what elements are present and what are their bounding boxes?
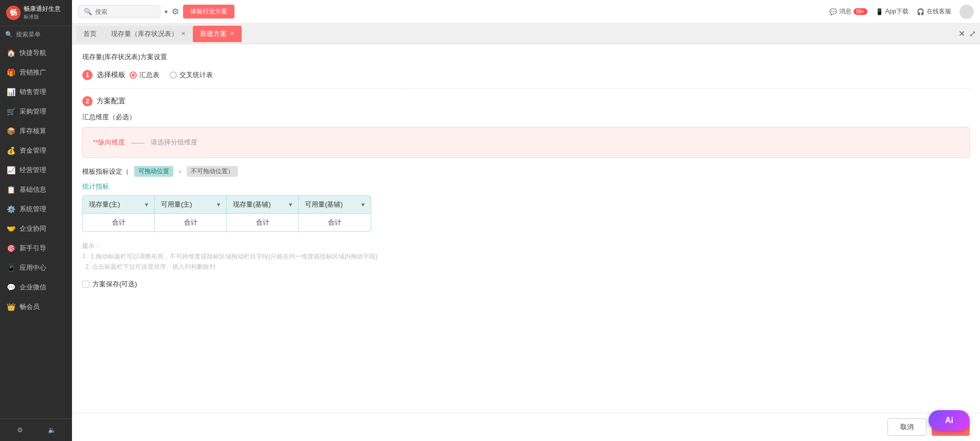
sidebar-item-label: 系统管理	[20, 205, 46, 214]
tabs-bar: 首页 现存量（库存状况表） ✕ 新建方案 ✕ ✕ ⤢	[72, 24, 980, 44]
sidebar-item-new-guide[interactable]: 🎯 新手引导	[0, 238, 72, 258]
sidebar-nav: 🏠 快捷导航 🎁 营销推广 📊 销售管理 🛒 采购管理 📦 库存核算 💰 资金管…	[0, 43, 72, 418]
sidebar-item-label: 应用中心	[20, 263, 46, 272]
tips-title: 提示：	[82, 242, 970, 250]
tab-inventory-status[interactable]: 现存量（库存状况表） ✕	[104, 26, 193, 42]
topbar-dropdown[interactable]: ▾	[165, 8, 168, 15]
sidebar-item-purchase[interactable]: 🛒 采购管理	[0, 102, 72, 121]
sidebar-item-sales[interactable]: 📊 销售管理	[0, 82, 72, 102]
tab-new-plan-close-icon[interactable]: ✕	[230, 30, 234, 37]
topbar-search-input[interactable]	[95, 8, 147, 15]
step1-header: 1 选择模板 汇总表 交叉统计表	[82, 70, 970, 80]
draggable-badge: 可拖动位置	[134, 166, 173, 177]
stats-col-2[interactable]: 可用量(主) ▾	[155, 196, 227, 213]
col2-chevron-icon[interactable]: ▾	[217, 201, 220, 208]
tab-inventory-label: 现存量（库存状况表）	[111, 29, 178, 39]
marketing-icon: 🎁	[6, 68, 15, 77]
ai-label: Ai	[945, 416, 953, 425]
stats-col-1[interactable]: 现存量(主) ▾	[83, 196, 155, 213]
sidebar-item-wechat[interactable]: 💬 企业微信	[0, 278, 72, 297]
stats-cell-2: 合计	[155, 214, 227, 231]
template-radio-group: 汇总表 交叉统计表	[130, 70, 213, 80]
message-label: 消息	[839, 7, 851, 16]
divider1	[82, 88, 970, 89]
dropdown-chevron-icon: ▾	[165, 8, 168, 15]
sidebar-item-label: 企业微信	[20, 283, 46, 292]
sidebar-item-vip[interactable]: 👑 畅会员	[0, 297, 72, 317]
search-icon: 🔍	[5, 31, 13, 38]
sidebar-item-quick-nav[interactable]: 🏠 快捷导航	[0, 43, 72, 63]
col3-chevron-icon[interactable]: ▾	[289, 201, 292, 208]
sidebar-item-system[interactable]: ⚙️ 系统管理	[0, 199, 72, 219]
trial-button[interactable]: 体验行业方案	[183, 5, 234, 19]
close-all-icon[interactable]: ✕	[958, 29, 965, 39]
tab-home[interactable]: 首页	[76, 26, 104, 42]
sidebar-item-label: 基础信息	[20, 185, 46, 194]
sidebar-item-marketing[interactable]: 🎁 营销推广	[0, 63, 72, 82]
sidebar-item-label: 经营管理	[20, 166, 46, 175]
sidebar-footer: ⚙ 🔈	[0, 418, 72, 441]
sidebar-item-operation[interactable]: 📈 经营管理	[0, 160, 72, 180]
new-guide-icon: 🎯	[6, 244, 15, 253]
stats-table: 现存量(主) ▾ 可用量(主) ▾ 现存量(基辅) ▾ 可用量(基辅)	[82, 195, 371, 232]
col4-chevron-icon[interactable]: ▾	[361, 201, 365, 208]
wechat-icon: 💬	[6, 283, 15, 292]
sidebar-item-app-center[interactable]: 📱 应用中心	[0, 258, 72, 278]
sidebar-item-label: 畅会员	[20, 302, 40, 311]
radio-summary[interactable]: 汇总表	[130, 70, 159, 80]
sound-button[interactable]: 🔈	[37, 423, 67, 437]
topbar-right: 💬 消息 99+ 📱 App下载 🎧 在线客服	[829, 5, 974, 19]
tip-text-2: 2. 点击标题栏下拉可设置排序、插入列和删除列	[85, 263, 215, 271]
save-checkbox[interactable]	[82, 281, 89, 288]
stats-col-4[interactable]: 可用量(基辅) ▾	[299, 196, 371, 213]
message-button[interactable]: 💬 消息 99+	[829, 7, 867, 16]
sidebar-item-finance[interactable]: 💰 资金管理	[0, 141, 72, 160]
base-info-icon: 📋	[6, 185, 15, 194]
tab-bar-icons: ✕ ⤢	[958, 29, 976, 39]
radio-cross[interactable]: 交叉统计表	[170, 70, 213, 80]
col4-label: 可用量(基辅)	[305, 200, 343, 209]
main: 🔍 ▾ ⚙ 体验行业方案 💬 消息 99+ 📱 App下载 🎧 在线客服	[72, 0, 980, 441]
app-logo: 畅 畅康通好生意 标准版	[0, 0, 72, 26]
message-badge: 99+	[854, 8, 867, 15]
dimension-area[interactable]: **纵向维度 —— 请选择分组维度	[82, 127, 970, 158]
non-draggable-badge: 不可拖动位置）	[187, 166, 238, 177]
settings-button[interactable]: ⚙	[5, 423, 35, 437]
stats-table-header: 现存量(主) ▾ 可用量(主) ▾ 现存量(基辅) ▾ 可用量(基辅)	[83, 196, 371, 213]
stats-section-title: 统计指标	[82, 182, 970, 191]
sidebar-search[interactable]: 🔍 搜索菜单	[0, 26, 72, 43]
dimension-placeholder: 请选择分组维度	[151, 138, 197, 147]
tab-inventory-close-icon[interactable]: ✕	[181, 30, 186, 37]
sidebar-item-label: 营销推广	[20, 68, 46, 77]
tip-text-1: 1.拖动标题栏可以调整布局，不可跨维度或指标区域拖动栏目字段(只能在同一维度或指…	[90, 252, 377, 261]
stats-col-3[interactable]: 现存量(基辅) ▾	[227, 196, 299, 213]
sidebar-item-base-info[interactable]: 📋 基础信息	[0, 180, 72, 199]
separator-icon: ▪	[178, 167, 182, 176]
agg-label-text: 汇总维度（必选）	[82, 113, 136, 121]
sidebar: 畅 畅康通好生意 标准版 🔍 搜索菜单 🏠 快捷导航 🎁 营销推广 📊 销售管理…	[0, 0, 72, 441]
online-service-button[interactable]: 🎧 在线客服	[917, 7, 951, 16]
system-icon: ⚙️	[6, 205, 15, 214]
sidebar-item-inventory[interactable]: 📦 库存核算	[0, 121, 72, 141]
cancel-button[interactable]: 取消	[887, 418, 927, 436]
radio-cross-circle	[170, 71, 177, 79]
col3-label: 现存量(基辅)	[233, 200, 271, 209]
tip-item-2: 2. 点击标题栏下拉可设置排序、插入列和删除列	[82, 263, 970, 271]
sidebar-item-enterprise[interactable]: 🤝 企业协同	[0, 219, 72, 238]
sidebar-item-label: 新手引导	[20, 244, 46, 253]
tab-new-plan[interactable]: 新建方案 ✕	[193, 26, 242, 42]
logo-icon: 畅	[6, 6, 21, 20]
app-center-icon: 📱	[6, 263, 15, 272]
step2-section: 2 方案配置 汇总维度（必选） **纵向维度 —— 请选择分组维度 模板指标设定…	[82, 96, 970, 289]
dimension-dash: ——	[131, 139, 144, 146]
col1-chevron-icon[interactable]: ▾	[145, 201, 148, 208]
stats-cell-1: 合计	[83, 214, 155, 231]
user-avatar[interactable]	[959, 5, 974, 19]
save-option: 方案保存(可选)	[82, 280, 970, 289]
topbar-gear-icon[interactable]: ⚙	[172, 7, 179, 16]
expand-icon[interactable]: ⤢	[969, 29, 976, 39]
app-download-button[interactable]: 📱 App下载	[876, 7, 909, 16]
sidebar-item-label: 企业协同	[20, 224, 46, 233]
stats-cell-4: 合计	[299, 214, 371, 231]
ai-bubble[interactable]: Ai	[929, 410, 970, 431]
